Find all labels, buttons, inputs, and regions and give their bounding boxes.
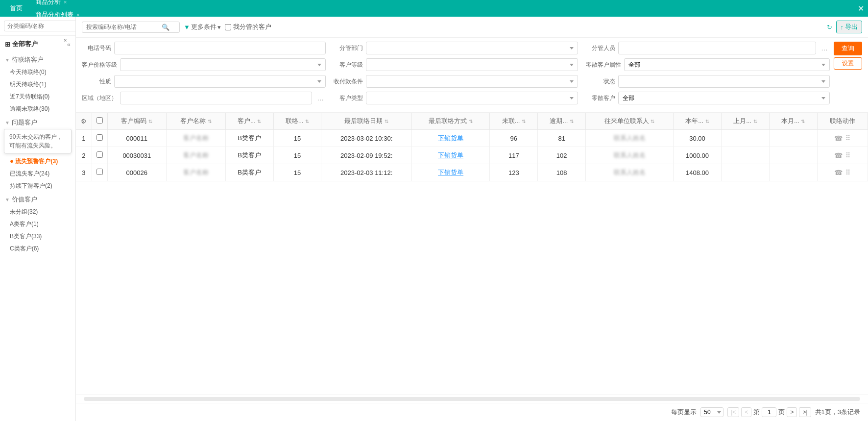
cell-overdue: 81 xyxy=(538,130,586,147)
row-checkbox[interactable] xyxy=(96,169,103,175)
cell-checkbox[interactable] xyxy=(92,164,107,181)
h-scrollbar-track[interactable] xyxy=(84,397,860,401)
filter-price-level-select[interactable] xyxy=(120,58,326,71)
sidebar-sections: ▼待联络客户今天待联络(0)明天待联络(1)近7天待联络(0)逾期未联络(30)… xyxy=(0,52,75,255)
select-all-checkbox[interactable] xyxy=(96,117,103,124)
cell-index: 3 xyxy=(76,164,92,181)
col-type[interactable]: 客户... ⇅ xyxy=(225,113,273,130)
sidebar-item-2-0[interactable]: 未分组(32) xyxy=(0,206,75,218)
nav-tab-close-icon[interactable]: × xyxy=(76,12,79,18)
col-overdue[interactable]: 逾期... ⇅ xyxy=(538,113,586,130)
action-more-icon[interactable]: ⠿ xyxy=(845,151,850,159)
filter-person-input[interactable] xyxy=(618,42,816,54)
toolbar-search-wrap: 🔍 xyxy=(82,22,180,33)
top-nav: 首页 销货单×进货单×商品分析×商品分析列表×客户分层经营×客户联系× ✕ xyxy=(0,0,868,17)
refresh-icon[interactable]: ↻ xyxy=(827,24,832,31)
sidebar-item-1-1[interactable]: 已流失客户(24) xyxy=(0,168,75,180)
cell-checkbox[interactable] xyxy=(92,130,107,147)
filter-dept-label: 分管部门 xyxy=(334,44,363,52)
filter-person-more[interactable]: … xyxy=(819,44,830,52)
col-last-way[interactable]: 最后联络方式 ⇅ xyxy=(411,113,489,130)
filter-retail-attr-select[interactable]: 全部 xyxy=(624,58,830,71)
nav-tab-close-icon[interactable]: × xyxy=(64,37,67,43)
col-contact[interactable]: 联络... ⇅ xyxy=(273,113,321,130)
next-page-btn[interactable]: > xyxy=(787,407,797,417)
window-close-icon[interactable]: ✕ xyxy=(858,4,864,13)
nav-tab-close-icon[interactable]: × xyxy=(76,25,79,30)
filter-region-more[interactable]: … xyxy=(315,94,326,102)
filter-phone-field: 电话号码 xyxy=(82,42,326,54)
page-number-input[interactable] xyxy=(762,407,776,417)
col-contact-person[interactable]: 往来单位联系人 ⇅ xyxy=(586,113,674,130)
sort-icon-code: ⇅ xyxy=(148,119,152,124)
filter-nature-select[interactable] xyxy=(114,75,326,88)
sidebar-item-0-0[interactable]: 今天待联络(0) xyxy=(0,66,75,78)
col-last-date[interactable]: 最后联络日期 ⇅ xyxy=(321,113,411,130)
row-checkbox[interactable] xyxy=(96,151,103,158)
sidebar-item-1-2[interactable]: 持续下滑客户(2) xyxy=(0,180,75,192)
action-more-icon[interactable]: ⠿ xyxy=(845,134,850,142)
cell-last-way[interactable]: 下销货单 xyxy=(411,164,489,181)
sidebar-item-2-2[interactable]: B类客户(33) xyxy=(0,230,75,243)
filter-payment-select[interactable] xyxy=(366,75,578,88)
sidebar-search-input[interactable] xyxy=(4,21,76,31)
sidebar-item-1-0[interactable]: ● 流失预警客户(3) xyxy=(0,155,75,168)
cell-last-way[interactable]: 下销货单 xyxy=(411,130,489,147)
my-customers-checkbox-wrap[interactable]: 我分管的客户 xyxy=(225,23,271,31)
sidebar-item-0-2[interactable]: 近7天待联络(0) xyxy=(0,91,75,103)
sidebar-section-title-1[interactable]: ▼问题客户 xyxy=(0,115,75,129)
sort-icon-person: ⇅ xyxy=(651,119,654,124)
sidebar-item-2-3[interactable]: C类客户(6) xyxy=(0,243,75,255)
filter-panel: 电话号码 分管部门 分管人员 … xyxy=(76,38,868,113)
toolbar-search-icon[interactable]: 🔍 xyxy=(162,24,169,31)
my-customers-checkbox[interactable] xyxy=(225,24,231,30)
sidebar-section-title-0[interactable]: ▼待联络客户 xyxy=(0,52,75,66)
action-more-icon[interactable]: ⠿ xyxy=(845,169,850,176)
filter-dept-select[interactable] xyxy=(366,42,578,54)
cell-name: 客户名称 xyxy=(167,130,226,147)
col-settings[interactable]: ⚙ xyxy=(76,113,92,130)
cell-checkbox[interactable] xyxy=(92,147,107,164)
last-page-btn[interactable]: >| xyxy=(799,407,811,417)
settings-button[interactable]: 设置 xyxy=(834,57,862,70)
cell-last-way[interactable]: 下销货单 xyxy=(411,147,489,164)
nav-tab-close-icon[interactable]: × xyxy=(64,0,67,5)
toolbar-search-input[interactable] xyxy=(86,24,160,30)
sidebar-item-2-1[interactable]: A类客户(1) xyxy=(0,218,75,230)
sidebar-section-title-2[interactable]: ▼价值客户 xyxy=(0,192,75,206)
action-phone-icon[interactable]: ☎ xyxy=(834,134,843,142)
col-name[interactable]: 客户名称 ⇅ xyxy=(167,113,226,130)
col-code[interactable]: 客户编码 ⇅ xyxy=(107,113,167,130)
prev-page-btn[interactable]: < xyxy=(741,407,751,417)
table-row: 3 000026 客户名称 B类客户 15 2023-02-03 11:12: … xyxy=(76,164,868,181)
filter-cust-level-select[interactable] xyxy=(366,58,578,71)
nav-home[interactable]: 首页 xyxy=(4,2,28,15)
action-phone-icon[interactable]: ☎ xyxy=(834,151,843,159)
export-button[interactable]: ↑ 导出 xyxy=(836,21,863,33)
filter-retail-select[interactable]: 全部 xyxy=(618,92,830,104)
filter-status-select[interactable] xyxy=(618,75,830,88)
horizontal-scrollbar[interactable] xyxy=(76,395,868,403)
page-size-select[interactable]: 50 100 xyxy=(700,407,723,417)
main-layout: 🔍 ⊞ 全部客户 « ▼待联络客户今天待联络(0)明天待联络(1)近7天待联络(… xyxy=(0,17,868,421)
more-conditions-btn[interactable]: ▼ 更多条件 ▾ xyxy=(184,23,221,31)
query-button[interactable]: 查询 xyxy=(834,42,862,55)
first-page-btn[interactable]: |< xyxy=(727,407,739,417)
blurred-name: 客户名称 xyxy=(183,151,209,159)
row-checkbox[interactable] xyxy=(96,134,103,141)
filter-phone-input[interactable] xyxy=(114,42,326,54)
filter-retail-label: 零散客户 xyxy=(586,94,615,102)
sidebar-item-0-1[interactable]: 明天待联络(1) xyxy=(0,78,75,91)
sidebar-item-0-3[interactable]: 逾期未联络(30) xyxy=(0,103,75,115)
filter-icon: ▼ xyxy=(184,24,190,31)
col-this-year[interactable]: 本年... ⇅ xyxy=(674,113,722,130)
col-this-month[interactable]: 本月... ⇅ xyxy=(769,113,817,130)
nav-tab-商品分析[interactable]: 商品分析× xyxy=(29,0,85,8)
filter-region-input[interactable] xyxy=(120,92,312,104)
action-phone-icon[interactable]: ☎ xyxy=(834,169,843,176)
filter-cust-type-select[interactable] xyxy=(366,92,578,104)
col-last-month[interactable]: 上月... ⇅ xyxy=(721,113,769,130)
col-unlink[interactable]: 未联... ⇅ xyxy=(490,113,538,130)
cell-name: 客户名称 xyxy=(167,147,226,164)
col-checkbox[interactable] xyxy=(92,113,107,130)
